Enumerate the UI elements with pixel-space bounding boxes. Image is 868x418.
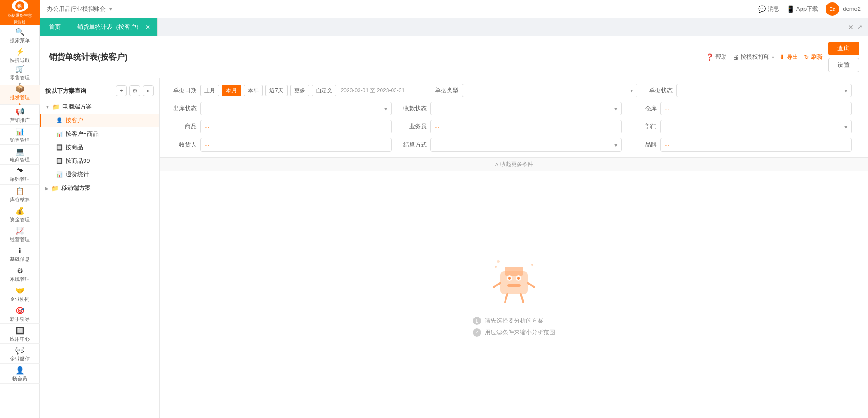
customer-icon: 👤 <box>56 117 63 124</box>
refresh-btn[interactable]: ↻ 刷新 <box>804 53 823 61</box>
top-header: 办公用品行业模拟账套 ▾ 💬 消息 📱 App下载 Ea demo2 <box>40 0 868 18</box>
settlement-select[interactable]: ▾ <box>430 138 622 152</box>
order-type-select[interactable]: ▾ <box>462 84 637 97</box>
department-select[interactable]: ▾ <box>660 120 852 133</box>
export-btn[interactable]: ⬇ 导出 <box>779 53 798 61</box>
salesman-select[interactable]: ··· <box>430 120 622 133</box>
message-icon: 💬 <box>758 5 766 13</box>
sidebar-item-finance[interactable]: 💰 资金管理 <box>0 204 40 224</box>
date-btn-7days[interactable]: 近7天 <box>265 85 288 96</box>
order-status-select[interactable]: ▾ <box>676 84 852 97</box>
panel-settings-btn[interactable]: ⚙ <box>129 86 140 96</box>
sidebar-label-wholesale: 批发管理 <box>10 94 30 101</box>
sidebar-label-retail: 零售管理 <box>10 74 30 81</box>
warehouse-select[interactable]: ··· <box>660 102 852 115</box>
maximize-btn[interactable]: ⤢ <box>857 24 863 31</box>
date-btn-this-year[interactable]: 本年 <box>244 85 263 96</box>
panel-header-title: 按以下方案查询 <box>45 87 86 95</box>
finance-icon: 💰 <box>15 207 24 215</box>
goods99-icon: 🔲 <box>56 158 63 164</box>
tab-sales-stats[interactable]: 销货单统计表（按客户） ✕ <box>70 18 158 36</box>
app-download-btn[interactable]: 📱 App下载 <box>787 5 818 13</box>
logo-icon: 畅 <box>12 0 28 12</box>
user-info[interactable]: Ea demo2 <box>826 2 861 16</box>
date-btn-more[interactable]: 更多 <box>290 85 309 96</box>
sidebar-item-quick-nav[interactable]: ⚡ 快捷导航 <box>0 45 40 65</box>
wholesale-icon: 📦 <box>15 85 24 93</box>
date-btn-custom[interactable]: 自定义 <box>312 85 336 96</box>
sidebar-item-member[interactable]: 👤 畅会员 <box>0 364 40 384</box>
tab-close-icon[interactable]: ✕ <box>146 24 150 30</box>
sidebar-item-search[interactable]: 🔍 搜索菜单 <box>0 25 40 45</box>
print-dropdown-icon: ▾ <box>772 55 774 60</box>
panel-item-by-customer[interactable]: 👤 按客户 <box>40 114 159 127</box>
empty-state: 1 请先选择要分析的方案 2 用过滤条件来缩小分析范围 <box>160 171 868 418</box>
quick-nav-icon: ⚡ <box>15 48 24 56</box>
header-left: 办公用品行业模拟账套 ▾ <box>47 5 112 13</box>
sidebar-item-inventory[interactable]: 📋 库存核算 <box>0 185 40 204</box>
sidebar-item-basic[interactable]: ℹ 基础信息 <box>0 244 40 264</box>
panel-group-mobile-title[interactable]: ▶ 📁 移动端方案 <box>40 181 159 195</box>
out-status-select[interactable]: ▾ <box>200 102 392 115</box>
tip-1-text: 请先选择要分析的方案 <box>485 317 543 325</box>
export-label: 导出 <box>787 53 798 61</box>
collapse-bar[interactable]: ∧ 收起更多条件 <box>160 157 868 171</box>
panel-add-btn[interactable]: + <box>116 86 127 96</box>
message-btn[interactable]: 💬 消息 <box>758 5 779 13</box>
date-btn-this-month[interactable]: 本月 <box>222 85 241 96</box>
payment-status-select[interactable]: ▾ <box>430 102 622 115</box>
svg-line-12 <box>521 294 523 302</box>
query-button[interactable]: 查询 <box>828 42 859 55</box>
goods-label: 商品 <box>169 123 200 131</box>
goods-select[interactable]: ··· <box>200 120 392 133</box>
inventory-icon: 📋 <box>15 187 24 195</box>
help-btn[interactable]: ❓ 帮助 <box>706 53 727 61</box>
sidebar-item-ecom[interactable]: 💻 电商管理 <box>0 145 40 165</box>
right-content: 单据日期 上月 本月 本年 近7天 更多 自定义 2023-03-01 至 20… <box>160 78 868 418</box>
settings-button[interactable]: 设置 <box>828 58 859 72</box>
app-logo: 畅 畅捷通好生意 标账版 <box>0 0 40 25</box>
sidebar-item-wholesale[interactable]: 📦 批发管理 ▲ <box>0 85 40 105</box>
page-title: 销货单统计表(按客户) <box>49 52 127 62</box>
sidebar-item-purchase[interactable]: 🛍 采购管理 <box>0 165 40 185</box>
panel-item-goods99[interactable]: 🔲 按商品99 <box>40 154 159 168</box>
filter-row-2: 出库状态 ▾ 收款状态 ▾ 仓库 ··· <box>169 102 859 115</box>
wechat-icon: 💬 <box>15 346 24 355</box>
sidebar-item-ops[interactable]: 📈 经营管理 <box>0 224 40 244</box>
date-btn-last-month[interactable]: 上月 <box>200 85 219 96</box>
sidebar-item-collab[interactable]: 🤝 企业协同 <box>0 284 40 304</box>
print-btn[interactable]: 🖨 按模板打印 ▾ <box>732 53 774 61</box>
panel-item-customer-goods[interactable]: 📊 按客户+商品 <box>40 127 159 141</box>
avatar: Ea <box>826 2 839 16</box>
folder-icon: 📁 <box>52 104 60 110</box>
svg-point-15 <box>531 264 533 266</box>
sidebar-item-marketing[interactable]: 📢 营销推广 <box>0 105 40 125</box>
sidebar-item-retail[interactable]: 🛒 零售管理 ▼ <box>0 65 40 85</box>
refresh-icon: ↻ <box>804 53 809 61</box>
sidebar-label-collab: 企业协同 <box>10 296 30 303</box>
sidebar-item-sales[interactable]: 📊 销售管理 <box>0 125 40 145</box>
sidebar-item-appcenter[interactable]: 🔲 应用中心 <box>0 324 40 344</box>
panel-group-desktop: ▼ 📁 电脑端方案 👤 按客户 📊 按客户+商品 🔲 按商品 <box>40 100 159 181</box>
sidebar-label-member: 畅会员 <box>12 375 27 382</box>
search-menu-icon: 🔍 <box>15 28 24 36</box>
panel-collapse-btn[interactable]: « <box>143 86 154 96</box>
mobile-group-expand-icon: ▶ <box>45 186 49 191</box>
collapse-icon: « <box>147 88 150 94</box>
recipient-select[interactable]: ··· <box>200 138 392 152</box>
panel-group-desktop-title[interactable]: ▼ 📁 电脑端方案 <box>40 100 159 114</box>
tip-2-text: 用过滤条件来缩小分析范围 <box>485 328 555 337</box>
sidebar-item-wechat[interactable]: 💬 企业微信 <box>0 344 40 364</box>
out-status-label: 出库状态 <box>169 104 200 113</box>
brand-select[interactable]: ··· <box>660 138 852 152</box>
tab-home[interactable]: 首页 <box>40 18 70 36</box>
panel-item-by-goods[interactable]: 🔲 按商品 <box>40 141 159 154</box>
sidebar-item-newbie[interactable]: 🎯 新手引导 <box>0 304 40 324</box>
filter-row-4: 收货人 ··· 结算方式 ▾ 品牌 ··· <box>169 138 859 152</box>
panel-item-return-stats[interactable]: 📊 退货统计 <box>40 168 159 181</box>
minimize-btn[interactable]: ✕ <box>848 24 854 31</box>
sidebar-item-system[interactable]: ⚙ 系统管理 <box>0 264 40 284</box>
sidebar-label-inventory: 库存核算 <box>10 196 30 203</box>
retail-icon: 🛒 <box>15 65 24 73</box>
dropdown-icon[interactable]: ▾ <box>109 6 112 12</box>
